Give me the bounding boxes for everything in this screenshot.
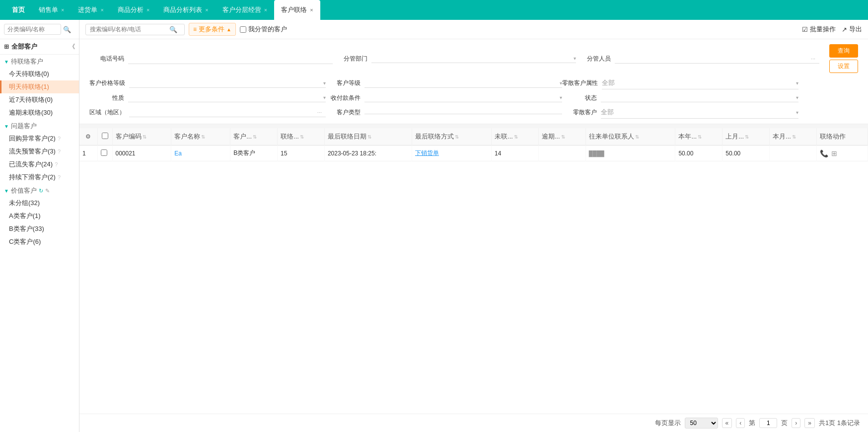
nav-customer-segmentation[interactable]: 客户分层经营 × <box>216 0 274 20</box>
nav-close-icon[interactable]: × <box>61 7 64 13</box>
col-header-settings[interactable]: ⚙ <box>79 128 97 145</box>
sidebar-all-customers[interactable]: ⊞ 全部客户 《 <box>0 39 79 55</box>
filter-customer-type-select[interactable] <box>364 111 562 114</box>
first-page-button[interactable]: « <box>722 418 732 428</box>
sidebar-item-repurchase-abnormal[interactable]: 回购异常客户(2) ? <box>0 132 79 145</box>
last-page-button[interactable]: » <box>804 418 815 428</box>
filter-more-icon[interactable]: ··· <box>807 56 819 62</box>
data-table-area: ⚙ 客户编码⇅ 客户名称⇅ 客户...⇅ 联络...⇅ 最后联络日期⇅ 最后联络… <box>79 128 868 414</box>
total-records-label: 共1页 1条记录 <box>819 419 860 428</box>
nav-close-icon[interactable]: × <box>100 7 103 13</box>
page-size-label: 每页显示 <box>655 419 681 428</box>
page-number-input[interactable] <box>759 418 777 428</box>
prev-page-button[interactable]: ‹ <box>736 418 745 428</box>
filter-more-icon[interactable]: ··· <box>313 109 326 115</box>
filter-retail-select[interactable]: 全部 ▾ <box>601 106 798 119</box>
sidebar-search-input[interactable] <box>4 24 61 35</box>
pagination-bar: 每页显示 50 20 100 « ‹ 第 页 › » 共1页 1条记录 <box>79 414 868 432</box>
row-select-checkbox[interactable] <box>101 149 107 156</box>
sort-icon[interactable]: ⇅ <box>745 134 749 140</box>
sidebar-item-type-b[interactable]: B类客户(33) <box>0 222 79 235</box>
row-overdue <box>538 145 585 161</box>
sidebar-item-tomorrow[interactable]: 明天待联络(1) <box>0 80 79 93</box>
row-name[interactable]: Ea <box>171 145 230 161</box>
sidebar-item-7days[interactable]: 近7天待联络(0) <box>0 93 79 106</box>
nav-close-icon[interactable]: × <box>264 7 267 13</box>
sort-icon[interactable]: ⇅ <box>143 134 146 140</box>
nav-home[interactable]: 首页 <box>5 0 32 20</box>
sidebar-item-ungrouped[interactable]: 未分组(32) <box>0 197 79 210</box>
action-grid-icon[interactable]: ⊞ <box>831 149 837 157</box>
nav-close-icon[interactable]: × <box>205 7 208 13</box>
action-phone-icon[interactable]: 📞 <box>820 149 828 157</box>
nav-close-icon[interactable]: × <box>310 7 313 13</box>
filter-customer-level-select[interactable]: ▾ <box>364 79 562 88</box>
row-last-method[interactable]: 下销货单 <box>412 145 491 161</box>
filter-cell-status: 状态 ▾ <box>562 93 798 102</box>
sidebar-item-churn-warning[interactable]: 流失预警客户(3) ? <box>0 145 79 158</box>
col-header-overdue: 逾期...⇅ <box>538 128 585 145</box>
nav-close-icon[interactable]: × <box>146 7 149 13</box>
settings-button[interactable]: 设置 <box>829 60 858 73</box>
sort-icon[interactable]: ⇅ <box>253 134 257 140</box>
query-button[interactable]: 查询 <box>829 44 858 58</box>
sidebar-item-type-a[interactable]: A类客户(1) <box>0 210 79 222</box>
col-header-last-date: 最后联络日期⇅ <box>324 128 412 145</box>
sidebar-item-today[interactable]: 今天待联络(0) <box>0 68 79 80</box>
my-customers-checkbox[interactable] <box>240 26 246 33</box>
sort-icon[interactable]: ⇅ <box>792 134 796 140</box>
filter-retail-attr-select[interactable]: 全部 ▾ <box>602 77 798 89</box>
export-button[interactable]: ↗ 导出 <box>842 25 862 34</box>
sidebar-item-declining[interactable]: 持续下滑客户(2) ? <box>0 171 79 184</box>
sidebar-item-churned[interactable]: 已流失客户(24) ? <box>0 158 79 171</box>
filter-status-select[interactable]: ▾ <box>601 93 798 102</box>
col-header-code: 客户编码⇅ <box>112 128 171 145</box>
search-submit-icon[interactable]: 🔍 <box>169 26 177 33</box>
col-header-this-month: 本月...⇅ <box>770 128 817 145</box>
filter-nature-select[interactable]: ▾ <box>128 93 326 102</box>
sort-icon[interactable]: ⇅ <box>201 134 205 140</box>
sidebar: 🔍 ⊞ 全部客户 《 ▼ 待联络客户 今天待联络(0) 明天待联络(1) 近7天… <box>0 20 79 432</box>
sidebar-search-icon[interactable]: 🔍 <box>63 26 71 33</box>
filter-dept-select[interactable]: ▾ <box>371 54 576 63</box>
select-all-checkbox[interactable] <box>102 133 108 139</box>
export-icon: ↗ <box>842 26 847 33</box>
group-title-value: ▼ 价值客户 ↻ ✎ <box>0 184 79 197</box>
col-header-check <box>97 128 112 145</box>
triangle-icon: ▼ <box>4 59 9 65</box>
next-page-button[interactable]: › <box>792 418 800 428</box>
sort-icon[interactable]: ⇅ <box>698 134 702 140</box>
filter-payment-select[interactable]: ▾ <box>364 93 562 102</box>
refresh-icon[interactable]: ↻ <box>39 188 43 194</box>
toolbar-right: ☑ 批量操作 ↗ 导出 <box>802 25 862 34</box>
sort-icon[interactable]: ⇅ <box>300 134 304 140</box>
table-row: 1 000021 Ea B类客户 15 2023-05-23 18:25: 下销… <box>79 145 868 161</box>
sort-icon[interactable]: ⇅ <box>635 134 639 140</box>
page-size-select[interactable]: 50 20 100 <box>685 418 718 429</box>
triangle-icon: ▼ <box>4 124 9 129</box>
filter-phone-input[interactable] <box>128 54 333 64</box>
help-icon: ? <box>58 136 61 142</box>
nav-purchase-order[interactable]: 进货单 × <box>71 0 110 20</box>
my-customers-checkbox-area: 我分管的客户 <box>240 25 287 34</box>
row-code: 000021 <box>112 145 171 161</box>
filter-price-level-select[interactable]: ▾ <box>129 79 326 88</box>
sort-icon[interactable]: ⇅ <box>514 134 518 140</box>
more-filters-button[interactable]: ≡ 更多条件 ▲ <box>189 23 236 36</box>
nav-sales-order[interactable]: 销售单 × <box>32 0 71 20</box>
filter-area-select[interactable]: ··· <box>129 108 326 117</box>
search-input[interactable] <box>90 26 169 33</box>
sort-icon[interactable]: ⇅ <box>455 134 459 140</box>
batch-operation-button[interactable]: ☑ 批量操作 <box>802 25 836 34</box>
sort-icon[interactable]: ⇅ <box>561 134 565 140</box>
col-header-unit-contacts: 往来单位联系人⇅ <box>585 128 675 145</box>
nav-product-analysis[interactable]: 商品分析 × <box>111 0 156 20</box>
sidebar-item-type-c[interactable]: C类客户(6) <box>0 235 79 248</box>
collapse-icon[interactable]: 《 <box>69 43 75 51</box>
edit-icon[interactable]: ✎ <box>45 188 50 194</box>
nav-customer-contact[interactable]: 客户联络 × <box>274 0 320 20</box>
sort-icon[interactable]: ⇅ <box>367 134 371 140</box>
filter-person-select[interactable]: ··· <box>615 54 819 64</box>
nav-product-analysis-list[interactable]: 商品分析列表 × <box>156 0 215 20</box>
sidebar-item-overdue[interactable]: 逾期未联络(30) <box>0 106 79 119</box>
